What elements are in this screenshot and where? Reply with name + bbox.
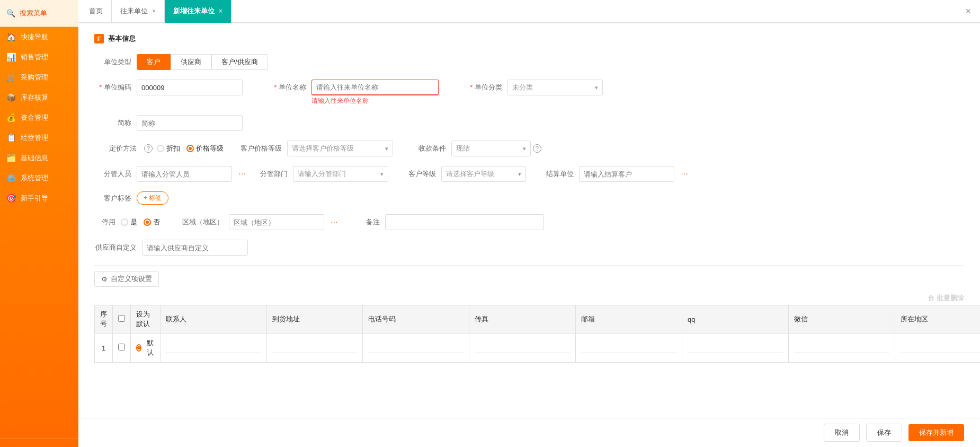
content-area: F 基本信息 单位类型 客户 供应商 客户/供应商 单位编码	[78, 23, 980, 418]
inventory-icon: 📦	[6, 93, 16, 102]
row-phone	[363, 334, 469, 363]
tab-label: 首页	[89, 6, 103, 16]
save-and-new-button[interactable]: 保存并新增	[908, 424, 964, 441]
region-label: 区域（地区）	[181, 217, 224, 227]
row-checkbox[interactable]	[118, 344, 125, 350]
table-row: 1 默认	[95, 334, 981, 363]
settlement-input[interactable]	[579, 166, 674, 182]
custom-settings-label: 自定义项设置	[111, 274, 152, 284]
disable-no-option[interactable]: 否	[144, 217, 160, 227]
sidebar-item-base[interactable]: 🗂️基础信息	[0, 148, 78, 168]
row-default-radio	[136, 344, 141, 352]
custom-settings-button[interactable]: ⚙ 自定义项设置	[94, 271, 159, 287]
tab-close-icon[interactable]: ×	[152, 7, 156, 15]
sidebar-item-sales[interactable]: 📊销售管理	[0, 47, 78, 67]
dept-select[interactable]: 请输入分管部门 ▾	[293, 166, 388, 182]
row-default-option[interactable]: 默认	[136, 338, 155, 357]
fax-input[interactable]	[475, 343, 570, 353]
disable-yes-option[interactable]: 是	[121, 217, 137, 227]
unit-name-error: 请输入往来单位名称	[311, 97, 449, 106]
region-input[interactable]	[229, 214, 324, 230]
search-icon: 🔍	[6, 9, 15, 17]
pricing-label: 定价方法	[94, 144, 137, 153]
supplier-custom-input[interactable]	[142, 240, 248, 256]
sidebar-item-label: 资金管理	[21, 113, 48, 122]
phone-input[interactable]	[368, 343, 464, 353]
col-header-5: 电话号码	[363, 305, 469, 334]
batch-delete-button[interactable]: 🗑 批量删除	[928, 293, 964, 303]
contact-input[interactable]	[166, 343, 261, 353]
sidebar-search[interactable]: 🔍 搜索菜单	[0, 5, 78, 21]
customer-price-level-select[interactable]: 请选择客户价格等级 ▾	[287, 141, 393, 156]
supplier-custom-label: 供应商自定义	[94, 243, 137, 252]
tab-bar: 首页往来单位×新增往来单位×✕	[78, 0, 980, 23]
chevron-down-icon5: ▾	[518, 171, 521, 178]
row-no: 1	[95, 334, 113, 363]
address-input[interactable]	[272, 343, 357, 353]
row-fax	[469, 334, 576, 363]
settlement-more-icon[interactable]: ···	[681, 169, 688, 179]
wechat-input[interactable]	[794, 343, 889, 353]
sidebar-item-finance[interactable]: 💰资金管理	[0, 108, 78, 128]
sidebar-search-label: 搜索菜单	[20, 8, 47, 18]
contacts-table: 序号设为默认联系人到货地址电话号码传真邮箱qq微信所在地区操作 1 默认	[94, 305, 980, 363]
manager-label: 分管人员	[94, 169, 131, 179]
cancel-button[interactable]: 取消	[824, 424, 860, 442]
unit-code-input[interactable]	[137, 80, 243, 95]
email-input[interactable]	[581, 343, 676, 353]
table-header: 序号设为默认联系人到货地址电话号码传真邮箱qq微信所在地区操作	[95, 305, 981, 334]
unit-code-name-row: 单位编码 单位名称 请输入往来单位名称 单位分类 未分类 ▾	[94, 80, 964, 106]
type-btn-customer[interactable]: 客户	[137, 54, 171, 70]
region-more-icon[interactable]: ···	[331, 217, 337, 227]
chevron-down-icon3: ▾	[523, 145, 526, 152]
tab-partners[interactable]: 往来单位×	[112, 0, 165, 23]
customer-price-level-label: 客户价格等级	[234, 144, 282, 153]
unit-category-select[interactable]: 未分类 ▾	[507, 80, 603, 95]
pricing-level-option[interactable]: 价格等级	[186, 144, 224, 153]
row-region-input[interactable]	[901, 343, 980, 353]
col-header-6: 传真	[469, 305, 576, 334]
col-header-2: 设为默认	[131, 305, 161, 334]
batch-delete-label: 批量删除	[937, 293, 964, 303]
quick-nav-icon: 🏠	[6, 32, 16, 42]
pricing-discount-option[interactable]: 折扣	[157, 144, 180, 153]
add-tag-button[interactable]: + 标签	[137, 191, 168, 205]
payment-terms-select[interactable]: 现结 ▾	[451, 141, 531, 156]
unit-code-field	[137, 80, 253, 95]
sidebar-item-label: 经营管理	[21, 133, 48, 143]
pricing-help-icon[interactable]: ?	[144, 144, 153, 153]
sidebar-item-guide[interactable]: 🎯新手引导	[0, 188, 78, 208]
sidebar-nav: 🏠快捷导航📊销售管理🛒采购管理📦库存核算💰资金管理📋经营管理🗂️基础信息⚙️系统…	[0, 27, 78, 438]
sidebar-item-purchase[interactable]: 🛒采购管理	[0, 67, 78, 87]
disable-yes-label: 是	[130, 217, 137, 227]
sidebar-item-system[interactable]: ⚙️系统管理	[0, 168, 78, 188]
table-body: 1 默认	[95, 334, 981, 363]
short-name-input[interactable]	[137, 115, 243, 131]
save-button[interactable]: 保存	[866, 424, 902, 442]
customer-level-select[interactable]: 请选择客户等级 ▾	[441, 166, 526, 182]
customer-price-level-placeholder: 请选择客户价格等级	[292, 144, 354, 153]
select-all-checkbox[interactable]	[118, 315, 125, 322]
tab-home[interactable]: 首页	[83, 0, 112, 23]
payment-help-icon[interactable]: ?	[533, 144, 541, 153]
purchase-icon: 🛒	[6, 73, 16, 82]
sidebar-item-quick-nav[interactable]: 🏠快捷导航	[0, 27, 78, 47]
manager-input[interactable]	[137, 166, 232, 182]
qq-input[interactable]	[688, 343, 783, 353]
col-header-9: 微信	[789, 305, 895, 334]
unit-name-input[interactable]	[311, 80, 439, 95]
tab-new-partner[interactable]: 新增往来单位×	[165, 0, 231, 23]
tab-close-icon[interactable]: ×	[219, 7, 222, 15]
close-all-button[interactable]: ✕	[961, 7, 976, 15]
remark-input[interactable]	[385, 214, 544, 230]
manager-more-icon[interactable]: ···	[238, 169, 245, 179]
section-title: F 基本信息	[94, 34, 964, 43]
section-icon: F	[94, 34, 104, 43]
settlement-label: 结算单位	[542, 169, 574, 179]
type-btn-supplier[interactable]: 供应商	[171, 54, 211, 70]
batch-delete-icon-img: 🗑	[928, 294, 934, 302]
type-btn-both[interactable]: 客户/供应商	[211, 54, 268, 70]
sidebar-item-inventory[interactable]: 📦库存核算	[0, 87, 78, 108]
sidebar-item-operations[interactable]: 📋经营管理	[0, 128, 78, 148]
customer-level-label: 客户等级	[404, 169, 436, 179]
